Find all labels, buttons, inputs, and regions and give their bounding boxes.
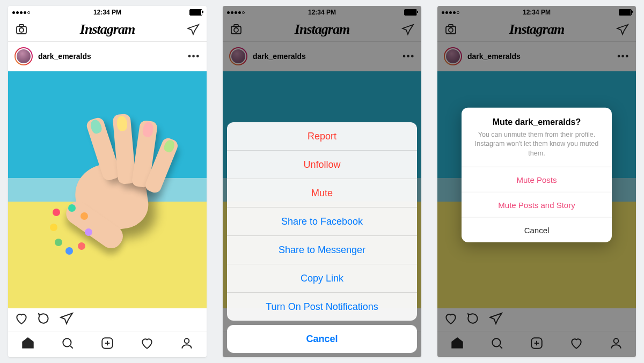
nav-header: Instagram — [8, 18, 207, 42]
phone-action-sheet: 12:34 PM Instagram dark_emeralds ••• Rep… — [223, 6, 421, 357]
sheet-item-mute[interactable]: Mute — [227, 179, 417, 208]
svg-point-5 — [185, 338, 189, 343]
sheet-item-post-notifications[interactable]: Turn On Post Notifications — [227, 293, 417, 321]
alert-message: You can unmute them from their profile. … — [462, 130, 612, 166]
mute-alert: Mute dark_emeralds? You can unmute them … — [462, 107, 612, 242]
battery-icon — [189, 9, 202, 16]
alert-option-mute-posts[interactable]: Mute Posts — [462, 167, 612, 192]
tab-home-icon[interactable] — [21, 336, 35, 352]
phone-feed: 12:34 PM Instagram dark_emeralds ••• — [8, 6, 207, 357]
post-username[interactable]: dark_emeralds — [38, 52, 182, 61]
tab-add-icon[interactable] — [100, 336, 114, 352]
alert-title: Mute dark_emeralds? — [462, 107, 612, 130]
direct-message-icon[interactable] — [186, 23, 200, 36]
svg-point-3 — [63, 338, 71, 346]
avatar[interactable] — [14, 47, 33, 65]
sheet-item-copy-link[interactable]: Copy Link — [227, 264, 417, 293]
camera-icon[interactable] — [14, 23, 28, 36]
svg-point-1 — [19, 28, 24, 32]
comment-icon[interactable] — [37, 312, 51, 328]
post-more-icon[interactable]: ••• — [188, 51, 200, 61]
svg-rect-2 — [19, 25, 24, 27]
sheet-item-report[interactable]: Report — [227, 122, 417, 151]
tab-activity-icon[interactable] — [140, 336, 154, 352]
action-sheet-group: Report Unfollow Mute Share to Facebook S… — [227, 122, 417, 321]
sheet-cancel-button[interactable]: Cancel — [227, 325, 417, 353]
like-icon[interactable] — [14, 312, 28, 328]
sheet-item-share-facebook[interactable]: Share to Facebook — [227, 208, 417, 236]
phone-mute-alert: 12:34 PM Instagram dark_emeralds ••• Mut… — [437, 6, 636, 357]
alert-option-mute-posts-story[interactable]: Mute Posts and Story — [462, 192, 612, 217]
share-icon[interactable] — [60, 312, 74, 328]
post-image[interactable] — [8, 71, 207, 308]
svg-rect-0 — [17, 26, 26, 34]
tab-bar — [8, 331, 207, 357]
post-header: dark_emeralds ••• — [8, 42, 207, 71]
alert-option-cancel[interactable]: Cancel — [462, 217, 612, 242]
tab-search-icon[interactable] — [61, 336, 75, 352]
sheet-item-share-messenger[interactable]: Share to Messenger — [227, 236, 417, 264]
sheet-item-unfollow[interactable]: Unfollow — [227, 151, 417, 179]
post-action-row — [8, 308, 207, 331]
action-sheet: Report Unfollow Mute Share to Facebook S… — [227, 122, 417, 353]
tab-profile-icon[interactable] — [180, 336, 194, 352]
instagram-logo: Instagram — [80, 21, 135, 38]
status-bar: 12:34 PM — [8, 6, 207, 18]
status-time: 12:34 PM — [8, 9, 207, 16]
